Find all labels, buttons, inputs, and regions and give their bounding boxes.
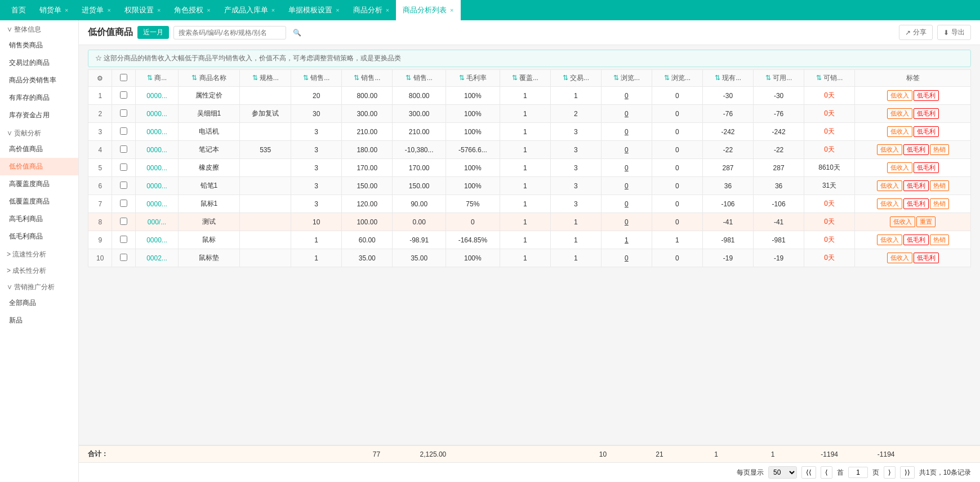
col-current[interactable]: ⇅ 现有... <box>702 70 753 87</box>
view1-link[interactable]: 0 <box>625 146 629 154</box>
sidebar-group-contribution[interactable]: ∨ 贡献分析 <box>0 124 78 140</box>
cell-checkbox[interactable] <box>112 141 136 159</box>
col-coverage[interactable]: ⇅ 覆盖... <box>500 70 550 87</box>
sidebar-item-category-sales-rate[interactable]: 商品分类销售率 <box>0 72 78 89</box>
cell-checkbox[interactable] <box>112 159 136 177</box>
cell-checkbox[interactable] <box>112 249 136 267</box>
row-checkbox[interactable] <box>120 182 127 189</box>
col-available[interactable]: ⇅ 可用... <box>754 70 804 87</box>
sidebar-item-low-value[interactable]: 低价值商品 <box>0 158 78 175</box>
nav-product-analysis-list[interactable]: 商品分析列表 × <box>396 0 460 20</box>
export-button[interactable]: ⬇ 导出 <box>937 25 971 40</box>
cell-checkbox[interactable] <box>112 195 136 213</box>
sidebar-item-stocked-products[interactable]: 有库存的商品 <box>0 89 78 107</box>
view1-link[interactable]: 0 <box>625 182 629 190</box>
cell-seq: 5 <box>88 159 112 177</box>
close-icon[interactable]: × <box>336 7 339 14</box>
sidebar-item-low-margin[interactable]: 低毛利商品 <box>0 228 78 245</box>
col-trade[interactable]: ⇅ 交易... <box>550 70 601 87</box>
col-profit-rate[interactable]: ⇅ 毛利率 <box>446 70 500 87</box>
row-checkbox[interactable] <box>120 163 127 171</box>
nav-product-analysis[interactable]: 商品分析 × <box>346 0 396 20</box>
row-checkbox[interactable] <box>120 91 127 99</box>
col-name[interactable]: ⇅ 商品名称 <box>178 70 240 87</box>
sidebar-item-high-value[interactable]: 高价值商品 <box>0 140 78 158</box>
last-page-button[interactable]: ⟩⟩ <box>900 466 915 479</box>
row-checkbox[interactable] <box>120 236 127 243</box>
view1-link[interactable]: 1 <box>625 236 629 244</box>
sidebar-group-overall[interactable]: ∨ 整体信息 <box>0 20 78 37</box>
nav-sales-order[interactable]: 销货单 × <box>33 0 75 20</box>
period-button[interactable]: 近一月 <box>137 26 169 39</box>
row-checkbox[interactable] <box>120 200 127 207</box>
sidebar-item-high-margin[interactable]: 高毛利商品 <box>0 210 78 228</box>
row-checkbox[interactable] <box>120 127 127 135</box>
row-checkbox[interactable] <box>120 254 127 261</box>
nav-role-auth[interactable]: 角色授权 × <box>167 0 217 20</box>
cell-sale-qty: 1 <box>291 249 342 267</box>
col-sale-qty[interactable]: ⇅ 销售... <box>291 70 342 87</box>
col-gear[interactable]: ⚙ <box>88 70 112 87</box>
col-code[interactable]: ⇅ 商... <box>136 70 178 87</box>
nav-home[interactable]: 首页 <box>5 0 33 20</box>
col-sale-amt[interactable]: ⇅ 销售... <box>342 70 393 87</box>
sidebar-item-high-coverage[interactable]: 高覆盖度商品 <box>0 175 78 193</box>
nav-permission-settings[interactable]: 权限设置 × <box>118 0 167 20</box>
search-input[interactable] <box>173 26 286 39</box>
nav-template-settings[interactable]: 单据模板设置 × <box>282 0 346 20</box>
col-saleable[interactable]: ⇅ 可销... <box>804 70 855 87</box>
close-icon[interactable]: × <box>207 7 210 14</box>
page-input[interactable] <box>848 467 868 478</box>
cell-sale-qty: 30 <box>291 105 342 123</box>
sidebar-group-growth[interactable]: > 成长性分析 <box>0 262 78 278</box>
sidebar-item-all-products[interactable]: 全部商品 <box>0 294 78 312</box>
close-icon[interactable]: × <box>157 7 161 14</box>
sidebar-item-inventory-capital[interactable]: 库存资金占用 <box>0 107 78 124</box>
col-spec[interactable]: ⇅ 规格... <box>240 70 291 87</box>
nav-purchase-order[interactable]: 进货单 × <box>75 0 117 20</box>
cell-checkbox[interactable] <box>112 177 136 195</box>
sidebar-item-low-coverage[interactable]: 低覆盖度商品 <box>0 193 78 210</box>
row-checkbox[interactable] <box>120 109 127 117</box>
view1-link[interactable]: 0 <box>625 254 629 262</box>
table-row: 2 0000... 吴细细1 参加复试 30 300.00 300.00 100… <box>88 105 971 123</box>
nav-product-entry[interactable]: 产成品入库单 × <box>217 0 282 20</box>
select-all-checkbox[interactable] <box>120 74 127 81</box>
view1-link[interactable]: 0 <box>625 218 629 226</box>
share-button[interactable]: ↗ 分享 <box>899 25 933 40</box>
sidebar-group-velocity[interactable]: > 流速性分析 <box>0 245 78 262</box>
view1-link[interactable]: 0 <box>625 110 629 118</box>
sidebar-item-sales-products[interactable]: 销售类商品 <box>0 37 78 54</box>
prev-page-button[interactable]: ⟨ <box>821 466 832 479</box>
first-page-button[interactable]: ⟨⟨ <box>801 466 816 479</box>
col-checkbox[interactable] <box>112 70 136 87</box>
col-view2[interactable]: ⇅ 浏览... <box>652 70 702 87</box>
close-icon[interactable]: × <box>107 7 110 14</box>
col-view1[interactable]: ⇅ 浏览... <box>601 70 652 87</box>
cell-checkbox[interactable] <box>112 123 136 141</box>
cell-checkbox[interactable] <box>112 105 136 123</box>
col-sale-cost[interactable]: ⇅ 销售... <box>393 70 446 87</box>
close-icon[interactable]: × <box>271 7 275 14</box>
cell-checkbox[interactable] <box>112 87 136 105</box>
view1-link[interactable]: 0 <box>625 164 629 172</box>
view1-link[interactable]: 0 <box>625 92 629 100</box>
sidebar-item-traded-products[interactable]: 交易过的商品 <box>0 54 78 72</box>
row-checkbox[interactable] <box>120 218 127 225</box>
tag: 低毛利 <box>914 90 939 101</box>
sidebar-group-marketing[interactable]: ∨ 营销推广分析 <box>0 278 78 294</box>
per-page-select[interactable]: 50 100 200 <box>768 466 797 479</box>
close-icon[interactable]: × <box>65 7 68 14</box>
close-icon[interactable]: × <box>386 7 389 14</box>
search-icon[interactable]: 🔍 <box>293 29 301 37</box>
sidebar-item-new-products[interactable]: 新品 <box>0 312 78 329</box>
view1-link[interactable]: 0 <box>625 200 629 208</box>
row-checkbox[interactable] <box>120 145 127 153</box>
cell-sale-qty: 3 <box>291 141 342 159</box>
cell-checkbox[interactable] <box>112 213 136 231</box>
view1-link[interactable]: 0 <box>625 128 629 136</box>
close-icon[interactable]: × <box>450 7 453 14</box>
next-page-button[interactable]: ⟩ <box>884 466 896 479</box>
cell-checkbox[interactable] <box>112 231 136 249</box>
tag: 低收入 <box>887 162 912 173</box>
